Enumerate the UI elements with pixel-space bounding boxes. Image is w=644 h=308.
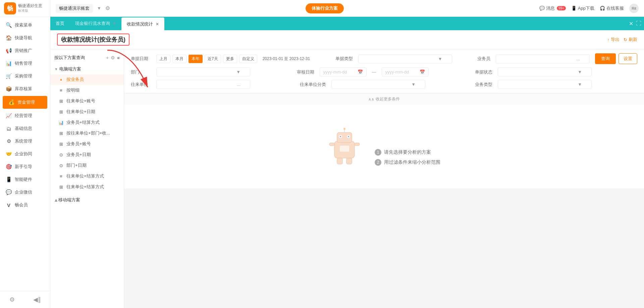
sidebar-settings-btn[interactable]: ⚙ — [7, 294, 17, 305]
this-month-btn[interactable]: 本月 — [172, 55, 186, 63]
scheme-item-salesman-account[interactable]: ⊞ 业务员+账号 — [50, 139, 124, 149]
logo-icon: 畅 — [4, 2, 16, 14]
empty-step-2: 2 用过滤条件来缩小分析范围 — [375, 159, 440, 166]
app-download-btn[interactable]: 📱 App下载 — [571, 5, 594, 11]
calendar-icon[interactable]: 📅 — [420, 69, 425, 74]
service-icon: 🎧 — [600, 6, 605, 11]
business-type-select[interactable]: ▼ — [498, 80, 592, 89]
sidebar-item-hardware[interactable]: 📱 智能硬件 — [0, 173, 50, 186]
tab-home[interactable]: 首页 — [50, 17, 70, 30]
unit-account-icon: ⊞ — [58, 99, 64, 104]
chevron-down-icon[interactable]: ▼ — [97, 6, 101, 11]
message-badge: 99+ — [557, 6, 566, 10]
add-scheme-btn[interactable]: + — [106, 55, 109, 60]
desktop-group-label: 电脑端方案 — [59, 66, 81, 72]
left-panel: 按以下方案查询 + ⚙ « ▼ 电脑端方案 ● 按业务员 ≡ — [50, 49, 124, 308]
tab-close-btn[interactable]: ✕ — [629, 20, 633, 27]
collapse-bar[interactable]: ∧∧ 收起更多条件 — [124, 93, 644, 105]
empty-step-1: 1 请先选择要分析的方案 — [375, 149, 431, 156]
sidebar-item-quick-nav[interactable]: 🏠 快捷导航 — [0, 32, 50, 44]
sidebar-item-system[interactable]: ⚙ 系统管理 — [0, 135, 50, 148]
desktop-group-title[interactable]: ▼ 电脑端方案 — [50, 64, 124, 74]
chevron-up-icon: ∧∧ — [368, 97, 374, 102]
sidebar-collapse-btn[interactable]: ◀‖ — [31, 294, 43, 305]
counterparty-type-select[interactable]: ▼ — [331, 80, 425, 89]
salesman-select[interactable]: ... — [496, 54, 590, 63]
scheme-item-unit-date[interactable]: ⊞ 往来单位+日期 — [50, 106, 124, 117]
try-industry-btn[interactable]: 体验行业方案 — [306, 3, 344, 13]
counterparty-dots[interactable]: ... — [237, 82, 240, 87]
more-btn[interactable]: 更多 — [223, 55, 237, 63]
export-btn[interactable]: ↑ 导出 — [607, 37, 620, 43]
sidebar-item-search[interactable]: 🔍 搜索菜单 — [0, 19, 50, 32]
sidebar-item-wechat[interactable]: 💬 企业微信 — [0, 186, 50, 199]
sidebar-item-member[interactable]: V 畅会员 — [0, 199, 50, 211]
business-type-label: 业务类型 — [475, 82, 492, 88]
tab-cash-flow-close[interactable]: ✕ — [113, 21, 116, 26]
sidebar-nav: 🔍 搜索菜单 🏠 快捷导航 📢 营销推广 📊 销售管理 🛒 采购管理 📦 库存核… — [0, 17, 50, 291]
sidebar-bottom: ⚙ ◀‖ — [0, 291, 50, 308]
counterparty-select[interactable]: ... — [156, 80, 250, 89]
audit-date-from[interactable]: yyyy-mm-dd 📅 — [320, 67, 367, 76]
settings-icon[interactable]: ⚙ — [105, 5, 110, 11]
tab-receipt-stats-close[interactable]: ✕ — [156, 22, 159, 27]
sidebar-item-operations[interactable]: 📈 经营管理 — [0, 109, 50, 122]
dept-select[interactable]: ▼ — [156, 67, 250, 76]
refresh-btn[interactable]: ↻ 刷新 — [624, 37, 637, 43]
step-2-label: 用过滤条件来缩小分析范围 — [384, 159, 440, 165]
group-expand-icon: ▼ — [54, 67, 58, 71]
scheme-item-unit-settlement1[interactable]: ≡ 往来单位+结算方式 — [50, 171, 124, 182]
scheme-item-dept-date[interactable]: ⊙ 部门+日期 — [50, 160, 124, 171]
sidebar-item-sales[interactable]: 📊 销售管理 — [0, 57, 50, 70]
last7-btn[interactable]: 近7天 — [205, 55, 221, 63]
date-range-display: 2023-01-01 至 2023-12-31 — [263, 56, 310, 62]
sidebar-item-inventory[interactable]: 📦 库存核算 — [0, 83, 50, 95]
query-btn[interactable]: 查询 — [595, 53, 616, 64]
sales-icon: 📊 — [5, 60, 12, 66]
robot-illustration — [328, 128, 361, 165]
sidebar-item-label: 资金管理 — [17, 99, 35, 105]
doc-status-select[interactable]: ▼ — [498, 67, 592, 76]
customer-service-btn[interactable]: 🎧 在线客服 — [600, 5, 624, 11]
scheme-item-label: 业务员+日期 — [66, 152, 91, 158]
scheme-item-by-detail[interactable]: ≡ 按明细 — [50, 85, 124, 96]
message-btn[interactable]: 💬 消息 99+ — [539, 5, 566, 11]
salesman-label: 业务员 — [477, 56, 490, 62]
sidebar-item-label: 畅会员 — [15, 202, 28, 208]
scheme-item-by-salesman[interactable]: ● 按业务员 — [50, 74, 124, 85]
tab-maximize-btn[interactable]: ⛶ — [636, 20, 641, 27]
salesman-dots[interactable]: ... — [576, 56, 580, 61]
scheme-item-salesman-date[interactable]: ⊙ 业务员+日期 — [50, 149, 124, 160]
sidebar-item-purchase[interactable]: 🛒 采购管理 — [0, 70, 50, 83]
sidebar-item-guide[interactable]: 🎯 新手引导 — [0, 160, 50, 173]
tab-receipt-stats[interactable]: 收款情况统计 ✕ — [121, 17, 164, 31]
this-year-btn[interactable]: 本年 — [189, 55, 203, 63]
sidebar-item-finance[interactable]: 💰 资金管理 — [3, 96, 47, 109]
scheme-item-salesman-settlement[interactable]: 📊 业务员+结算方式 — [50, 117, 124, 128]
user-avatar[interactable]: Rit — [629, 4, 639, 13]
scheme-item-unit-dept-receipt[interactable]: ⊞ 按往来单位+部门+收... — [50, 128, 124, 139]
sidebar-item-basic[interactable]: 🗂 基础信息 — [0, 122, 50, 135]
scheme-item-label: 往来单位+结算方式 — [66, 184, 104, 190]
mobile-group-title[interactable]: ▶ 移动端方案 — [50, 195, 124, 205]
audit-date-to[interactable]: yyyy-mm-dd 📅 — [382, 67, 429, 76]
custom-btn[interactable]: 自定义 — [239, 55, 257, 63]
sidebar-item-label: 企业微信 — [15, 189, 32, 195]
svg-rect-9 — [355, 143, 360, 146]
settings-btn[interactable]: 设置 — [619, 53, 637, 64]
sidebar-item-marketing[interactable]: 📢 营销推广 — [0, 44, 50, 57]
doc-type-label: 单据类型 — [335, 56, 353, 62]
scheme-item-unit-settlement2[interactable]: ⊞ 往来单位+结算方式 — [50, 182, 124, 192]
sidebar-item-enterprise[interactable]: 🤝 企业协同 — [0, 148, 50, 160]
empty-area: 1 请先选择要分析的方案 2 用过滤条件来缩小分析范围 — [124, 105, 644, 189]
doc-type-select[interactable]: ▼ — [358, 54, 452, 63]
scheme-item-unit-account[interactable]: ⊞ 往来单位+账号 — [50, 96, 124, 106]
scheme-settings-btn[interactable]: ⚙ — [111, 55, 115, 60]
page-header-actions: ↑ 导出 ↻ 刷新 — [607, 37, 638, 43]
last-month-btn[interactable]: 上月 — [156, 55, 170, 63]
tabbar-actions: ✕ ⛶ — [629, 20, 644, 27]
doc-status-arrow: ▼ — [578, 69, 582, 74]
scheme-collapse-btn[interactable]: « — [117, 55, 120, 60]
tab-cash-flow[interactable]: 现金银行流水查询 ✕ — [70, 17, 121, 30]
calendar-icon[interactable]: 📅 — [358, 69, 363, 74]
